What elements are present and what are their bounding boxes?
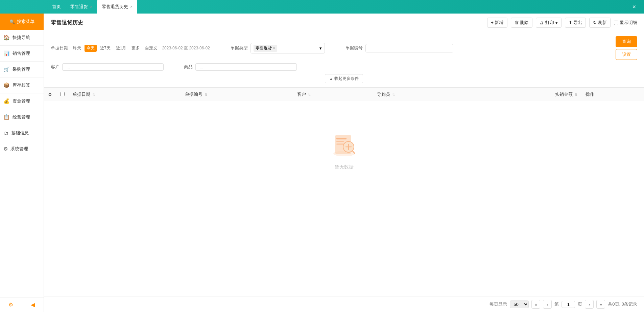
show-detail-toggle[interactable]: 显示明细 [614,20,637,26]
table-area: ⚙ 单据日期 ⇅ 单据编号 ⇅ [44,88,644,296]
prev-page-button[interactable]: ‹ [543,300,552,309]
data-table: ⚙ 单据日期 ⇅ 单据编号 ⇅ [44,88,644,101]
sidebar-settings-button[interactable]: ⚙ [0,297,22,312]
table-checkbox-col[interactable] [56,88,69,101]
voucher-type-select[interactable]: 零售退货 × ▾ [251,43,325,53]
col-voucher-no: 单据编号 ⇅ [181,88,293,101]
purchase-icon: 🛒 [3,66,10,72]
sidebar-item-quick-nav[interactable]: 🏠 快捷导航 [0,30,44,46]
last-page-icon: » [600,302,602,307]
sidebar-item-purchase[interactable]: 🛒 采购管理 [0,62,44,77]
per-page-select[interactable]: 20 50 100 200 [510,300,529,308]
page-title: 零售退货历史 [51,19,83,30]
collapse-row: ▲ 收起更多条件 [51,74,637,83]
window-close-button[interactable]: × [629,2,639,12]
page-header: 零售退货历史 + 新增 🗑 删除 🖨 打印 ▾ ⬆ 导出 ↻ 刷新 [44,14,644,32]
sort-customer-icon[interactable]: ⇅ [308,93,311,96]
voucher-no-input[interactable] [365,44,453,52]
total-info: 共0页, 0条记录 [608,301,637,307]
svg-rect-3 [336,141,344,142]
basic-info-icon: 🗂 [3,130,8,136]
prev-page-icon: ‹ [547,302,548,307]
show-detail-checkbox[interactable] [614,21,618,25]
search-icon: 🔍 [9,19,15,24]
date-shortcut-yesterday[interactable]: 昨天 [71,45,83,52]
sidebar-item-system[interactable]: ⚙ 系统管理 [0,141,44,157]
col-customer: 客户 ⇅ [293,88,373,101]
collapse-button[interactable]: ▲ 收起更多条件 [325,74,363,83]
top-bar-right: × [629,2,639,12]
filter-voucher-type: 单据类型 零售退货 × ▾ [230,43,325,53]
customer-label: 客户 [51,64,59,70]
col-actions: 操作 [581,88,644,101]
date-shortcut-today[interactable]: 今天 [85,45,97,52]
goods-dots: ... [198,65,203,69]
system-icon: ⚙ [3,146,8,152]
delete-button[interactable]: 🗑 删除 [511,18,533,28]
sidebar-item-inventory[interactable]: 📦 库存核算 [0,77,44,93]
sidebar-item-finance[interactable]: 💰 资金管理 [0,93,44,109]
last-page-button[interactable]: » [596,300,605,309]
tab-home[interactable]: 首页 [47,0,66,14]
goods-label: 商品 [184,64,193,70]
date-shortcut-1month[interactable]: 近1月 [114,45,128,52]
date-shortcut-more[interactable]: 更多 [129,45,142,52]
remove-voucher-type-tag[interactable]: × [273,46,275,50]
sidebar-item-operations[interactable]: 📋 经营管理 [0,109,44,125]
tab-retail-return-history[interactable]: 零售退货历史 × [97,0,137,14]
filter-area: 单据日期 昨天 今天 近7天 近1月 更多 自定义 2023-06-02 至 2… [44,32,644,88]
sidebar-item-sales[interactable]: 📊 销售管理 [0,46,44,62]
per-page-label: 每页显示 [490,301,507,307]
sidebar-search[interactable]: 🔍 搜索菜单 [0,14,44,30]
date-shortcut-7days[interactable]: 近7天 [98,45,113,52]
date-shortcut-custom[interactable]: 自定义 [143,45,159,52]
print-button[interactable]: 🖨 打印 ▾ [536,18,562,28]
sort-voucher-no-icon[interactable]: ⇅ [205,93,207,96]
svg-rect-2 [336,138,347,139]
page-input[interactable] [562,301,575,308]
voucher-date-label: 单据日期 [51,45,68,51]
table-settings-icon[interactable]: ⚙ [48,92,52,97]
operations-icon: 📋 [3,114,10,120]
pagination: 每页显示 20 50 100 200 « ‹ 第 页 › » 共0页, 0条记录 [44,296,644,312]
page-unit: 页 [578,301,582,307]
voucher-no-label: 单据编号 [345,45,363,51]
tab-retail-return[interactable]: 零售退货 × [66,0,97,14]
first-page-icon: « [535,302,537,307]
col-guide: 导购员 ⇅ [373,88,469,101]
filter-settings-button[interactable]: 设置 [616,49,637,60]
export-button[interactable]: ⬆ 导出 [565,18,586,28]
goods-input[interactable]: ... [195,63,297,71]
col-voucher-date: 单据日期 ⇅ [69,88,181,101]
top-bar: 首页 零售退货 × 零售退货历史 × × [0,0,644,14]
next-page-icon: › [589,302,590,307]
customer-input[interactable]: ... [62,63,164,71]
table-header-row: ⚙ 单据日期 ⇅ 单据编号 ⇅ [44,88,644,101]
main-content: 零售退货历史 + 新增 🗑 删除 🖨 打印 ▾ ⬆ 导出 ↻ 刷新 [44,14,644,312]
close-tab-retail-return[interactable]: × [90,4,92,9]
sort-guide-icon[interactable]: ⇅ [392,93,395,96]
add-button[interactable]: + 新增 [487,18,507,28]
refresh-button[interactable]: ↻ 刷新 [589,18,611,28]
empty-icon [329,128,359,159]
first-page-button[interactable]: « [531,300,540,309]
voucher-type-tag: 零售退货 × [254,45,277,52]
table-select-all[interactable] [60,92,65,96]
sort-amount-icon[interactable]: ⇅ [575,93,577,96]
sidebar-collapse-button[interactable]: ◀ [22,297,44,312]
collapse-up-icon: ▲ [329,76,333,81]
sort-voucher-date-icon[interactable]: ⇅ [92,93,95,96]
filter-customer: 客户 ... [51,63,164,71]
voucher-type-label: 单据类型 [230,45,248,51]
filter-date: 单据日期 昨天 今天 近7天 近1月 更多 自定义 2023-06-02 至 2… [51,45,210,52]
sidebar: 🔍 搜索菜单 🏠 快捷导航 📊 销售管理 🛒 采购管理 📦 库存核算 💰 资金管… [0,14,44,312]
close-tab-retail-return-history[interactable]: × [130,4,133,9]
filter-row-1: 单据日期 昨天 今天 近7天 近1月 更多 自定义 2023-06-02 至 2… [51,36,637,60]
inventory-icon: 📦 [3,82,10,88]
sidebar-item-basic-info[interactable]: 🗂 基础信息 [0,125,44,141]
table-settings-col[interactable]: ⚙ [44,88,56,101]
next-page-button[interactable]: › [585,300,594,309]
page-label: 第 [554,301,559,307]
query-button[interactable]: 查询 [616,36,637,47]
date-shortcuts: 昨天 今天 近7天 近1月 更多 自定义 [71,45,159,52]
